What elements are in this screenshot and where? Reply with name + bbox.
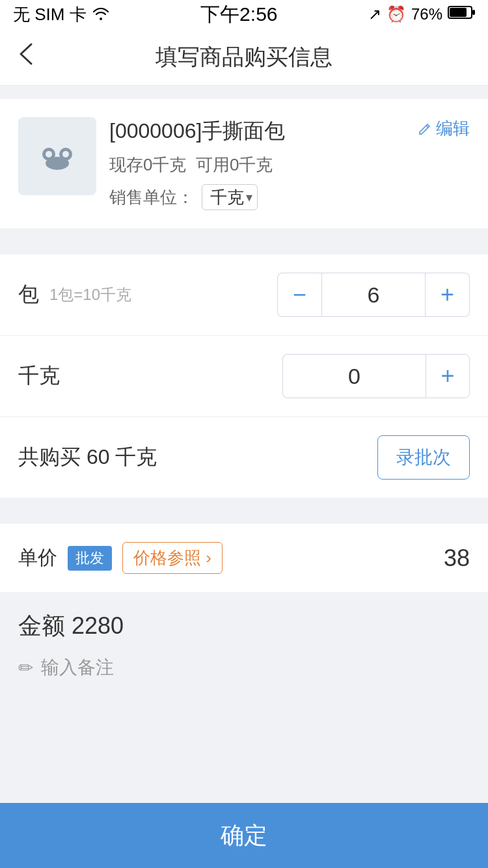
svg-point-7 <box>62 151 69 157</box>
separator-2 <box>0 498 488 511</box>
sim-label: 无 SIM 卡 <box>13 3 87 26</box>
bao-label: 包 1包=10千克 <box>18 280 131 309</box>
record-batch-button[interactable]: 录批次 <box>377 435 470 480</box>
status-time: 下午2:56 <box>200 1 277 28</box>
unit-select[interactable]: 千克 <box>202 184 258 210</box>
product-info: [0000006]手撕面包 现存0千克 可用0千克 销售单位： 千克 <box>109 117 470 210</box>
total-quantity: 60 <box>87 445 110 468</box>
back-button[interactable] <box>18 42 34 72</box>
page-title: 填写商品购买信息 <box>156 42 332 72</box>
bao-hint: 1包=10千克 <box>49 284 131 305</box>
wifi-icon <box>92 5 110 25</box>
price-tag: 批发 <box>68 546 112 571</box>
total-row: 共购买 60 千克 录批次 <box>0 417 488 498</box>
product-unit-row: 销售单位： 千克 <box>109 184 470 210</box>
amount-value: 2280 <box>72 612 124 639</box>
bao-minus-button[interactable]: − <box>277 273 321 317</box>
edit-button[interactable]: 编辑 <box>418 117 470 140</box>
status-right: ↗ ⏰ 76% <box>368 5 475 23</box>
svg-point-5 <box>46 157 69 170</box>
battery-label: 76% <box>411 5 442 23</box>
total-label: 共购买 60 千克 <box>18 443 157 472</box>
product-image <box>18 117 96 195</box>
confirm-label: 确定 <box>221 820 267 852</box>
price-ref-button[interactable]: 价格参照 › <box>122 542 223 574</box>
price-row: 单价 批发 价格参照 › 38 <box>18 542 470 574</box>
svg-rect-2 <box>472 10 475 15</box>
price-label: 单价 <box>18 545 57 571</box>
unit-label: 销售单位： <box>109 186 194 209</box>
note-icon: ✏ <box>18 657 33 679</box>
note-row[interactable]: ✏ 输入备注 <box>18 655 470 680</box>
nav-bar: 填写商品购买信息 <box>0 29 488 86</box>
kg-plus-button[interactable]: + <box>426 354 470 398</box>
quantity-section: 包 1包=10千克 − + 千克 + 共购买 60 千克 录批次 <box>0 254 488 498</box>
note-placeholder: 输入备注 <box>41 655 114 680</box>
kg-quantity-control: + <box>282 354 470 398</box>
unit-select-wrapper[interactable]: 千克 <box>202 184 258 210</box>
product-stock: 现存0千克 可用0千克 <box>109 154 470 176</box>
price-section: 单价 批发 价格参照 › 38 <box>0 524 488 592</box>
status-left: 无 SIM 卡 <box>13 3 110 26</box>
quantity-row-kg: 千克 + <box>0 336 488 417</box>
location-icon: ↗ <box>368 5 381 23</box>
bao-quantity-control: − + <box>277 273 470 317</box>
kg-label: 千克 <box>18 362 60 390</box>
kg-quantity-input[interactable] <box>282 354 426 398</box>
bao-quantity-input[interactable] <box>321 273 426 317</box>
status-bar: 无 SIM 卡 下午2:56 ↗ ⏰ 76% <box>0 0 488 29</box>
product-card: [0000006]手撕面包 现存0千克 可用0千克 销售单位： 千克 编辑 <box>0 99 488 228</box>
amount-section: 金额 2280 ✏ 输入备注 <box>0 592 488 698</box>
alarm-icon: ⏰ <box>386 5 406 23</box>
amount-row: 金额 2280 <box>18 610 470 642</box>
svg-point-6 <box>46 151 52 157</box>
svg-rect-1 <box>450 8 467 17</box>
separator-1 <box>0 228 488 241</box>
quantity-row-bao: 包 1包=10千克 − + <box>0 254 488 336</box>
confirm-bar[interactable]: 确定 <box>0 803 488 868</box>
bao-plus-button[interactable]: + <box>426 273 470 317</box>
price-value: 38 <box>444 545 470 572</box>
battery-icon <box>448 5 475 23</box>
product-name: [0000006]手撕面包 <box>109 117 470 146</box>
